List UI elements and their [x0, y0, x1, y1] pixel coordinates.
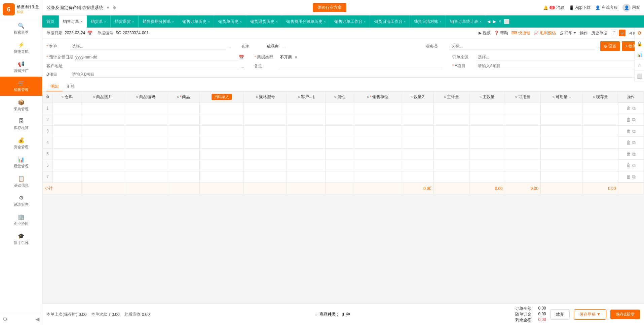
row-available-qty2-1[interactable] [540, 103, 582, 114]
scan-btn[interactable]: 扫码录入 [212, 94, 232, 100]
row-spec-1[interactable] [244, 103, 287, 114]
prev-doc-icon[interactable]: ◀ [629, 31, 632, 35]
row-unit-2[interactable] [354, 114, 401, 125]
row-product-code-3[interactable] [124, 125, 167, 137]
row-main-unit-7[interactable] [433, 171, 469, 183]
warehouse-more-icon[interactable]: … [282, 45, 286, 49]
row-product-image-7[interactable] [81, 171, 124, 183]
row-qty2-2[interactable] [401, 114, 433, 125]
row-current-qty-7[interactable] [582, 171, 618, 183]
row-product-code-2[interactable] [124, 114, 167, 125]
doc-num-value[interactable]: SO-20230324-001 [115, 31, 149, 35]
row-product-3[interactable] [167, 125, 200, 137]
tab-cash-reconcile-close[interactable]: × [440, 20, 442, 24]
row-warehouse-1[interactable] [53, 103, 81, 114]
th-setting[interactable]: ⚙ [43, 92, 53, 103]
right-sidebar-icon-lock[interactable]: 🔒 [635, 38, 644, 49]
row-main-unit-4[interactable] [433, 137, 469, 148]
shortcut-btn[interactable]: ⌨ 快捷键 [512, 30, 530, 36]
row-delete-icon-2[interactable]: 🗑 [626, 117, 631, 122]
row-current-qty-3[interactable] [582, 125, 618, 137]
row-warehouse-3[interactable] [53, 125, 81, 137]
row-spec-3[interactable] [244, 125, 287, 137]
row-attr-3[interactable] [326, 125, 354, 137]
row-product-code-7[interactable] [124, 171, 167, 183]
row-current-qty-6[interactable] [582, 160, 618, 171]
row-main-qty-6[interactable] [469, 160, 505, 171]
tab-order-history[interactable]: 销售订单历史 × [178, 15, 214, 28]
print-btn[interactable]: 🖨 打印 ▼ [559, 30, 576, 36]
tab-sales-stats-close[interactable]: × [480, 20, 482, 24]
row-attr-7[interactable] [326, 171, 354, 183]
row-product-2[interactable] [167, 114, 200, 125]
tab-maximize[interactable]: ⬜ [502, 19, 511, 24]
row-product-image-2[interactable] [81, 114, 124, 125]
operate-btn[interactable]: 操作 [580, 30, 588, 36]
row-main-unit-2[interactable] [433, 114, 469, 125]
sidebar-item-sales[interactable]: 🛒 销售管理 [0, 77, 42, 96]
row-warehouse-6[interactable] [53, 160, 81, 171]
row-product-image-3[interactable] [81, 125, 124, 137]
row-delete-icon-7[interactable]: 🗑 [626, 174, 631, 179]
grid-view-icon[interactable]: ⊞ [619, 30, 626, 36]
tab-return-history[interactable]: 销货退货历史 × [246, 15, 282, 28]
row-product-7[interactable] [167, 171, 200, 183]
row-customer-code-3[interactable] [287, 125, 326, 137]
row-available-qty-6[interactable] [505, 160, 540, 171]
row-product-code-6[interactable] [124, 160, 167, 171]
customer-address-input[interactable] [70, 63, 239, 69]
tab-next[interactable]: ▶ [492, 19, 497, 24]
row-main-qty-1[interactable] [469, 103, 505, 114]
tab-order-history-close[interactable]: × [208, 20, 210, 24]
row-qty2-4[interactable] [401, 137, 433, 148]
row-spec-7[interactable] [244, 171, 287, 183]
row-product-image-4[interactable] [81, 137, 124, 148]
row-unit-4[interactable] [354, 137, 401, 148]
discard-btn[interactable]: 放弃 [550, 309, 570, 320]
order-source-input[interactable] [476, 54, 636, 60]
row-available-qty2-2[interactable] [540, 114, 582, 125]
row-current-qty-1[interactable] [582, 103, 618, 114]
tab-sales-fee[interactable]: 销售费用分摊单 × [139, 15, 179, 28]
list-view-icon[interactable]: ☰ [611, 30, 617, 36]
dropdown-arrow-icon[interactable]: ▼ [106, 5, 110, 10]
customer-more-icon[interactable]: … [227, 45, 231, 49]
tab-close-all[interactable]: × [497, 19, 502, 24]
help-btn[interactable]: ❓ 帮助 [494, 30, 508, 36]
tab-slip-history-close[interactable]: × [240, 20, 242, 24]
sidebar-item-basic[interactable]: 📋 基础信息 [0, 172, 42, 191]
customer-input[interactable] [70, 43, 226, 50]
row-product-code-5[interactable] [124, 148, 167, 160]
tab-home[interactable]: 首页 [42, 15, 59, 28]
industry-btn[interactable]: 体验行业方案 [313, 3, 346, 12]
sidebar-item-marketing[interactable]: 📢 营销推广 [0, 57, 42, 77]
row-qty2-1[interactable] [401, 103, 433, 114]
row-spec-5[interactable] [244, 148, 287, 160]
tab-slip-history[interactable]: 销货单历史 × [214, 15, 246, 28]
row-attr-1[interactable] [326, 103, 354, 114]
save-draft-btn[interactable]: 保存草稿 ▼ [574, 309, 606, 320]
row-copy-icon-4[interactable]: ⧉ [632, 140, 636, 146]
tab-return-history-close[interactable]: × [276, 20, 278, 24]
invoice-dropdown-icon[interactable]: ▼ [294, 55, 298, 60]
sidebar-item-guide[interactable]: 🎓 新手引导 [0, 230, 42, 249]
right-sidebar-icon-settings[interactable]: ⚙ [635, 28, 644, 38]
sidebar-item-search[interactable]: 🔍 搜索菜单 [0, 19, 42, 38]
row-customer-code-1[interactable] [287, 103, 326, 114]
settings-icon[interactable]: ⚙ [113, 5, 116, 10]
tab-cash-workspace-close[interactable]: × [404, 20, 406, 24]
row-main-unit-1[interactable] [433, 103, 469, 114]
tab-sales-order[interactable]: 销售订单 × [59, 15, 87, 28]
right-sidebar-icon-chart[interactable]: 📊 [635, 49, 644, 60]
row-available-qty2-3[interactable] [540, 125, 582, 137]
sidebar-item-operations[interactable]: 📊 经营管理 [0, 153, 42, 172]
tab-sales-slip[interactable]: 销货单 × [87, 15, 111, 28]
b-project-input[interactable] [70, 71, 640, 78]
row-main-qty-5[interactable] [469, 148, 505, 160]
row-main-unit-3[interactable] [433, 125, 469, 137]
salesperson-input[interactable] [449, 43, 595, 50]
row-main-qty-3[interactable] [469, 125, 505, 137]
user-btn[interactable]: 👤 用友 [622, 4, 640, 12]
tab-fee-history-close[interactable]: × [324, 20, 326, 24]
tab-order-workspace-close[interactable]: × [364, 20, 366, 24]
